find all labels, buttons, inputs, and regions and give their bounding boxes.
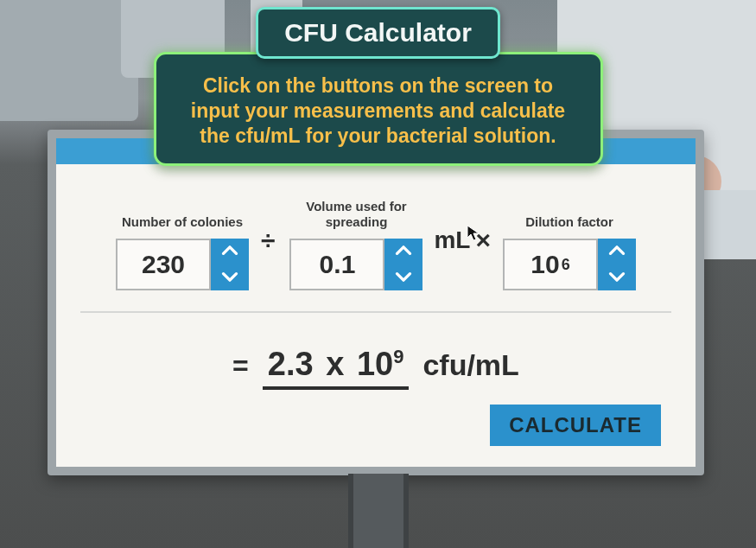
dilution-value: 106 bbox=[503, 239, 598, 290]
result-value: 2.3 x 109 bbox=[263, 346, 410, 390]
result-row: = 2.3 x 109 cfu/mL bbox=[56, 346, 696, 390]
colonies-decrease-button[interactable] bbox=[211, 264, 249, 290]
dilution-base: 10 bbox=[530, 250, 559, 279]
field-colonies-label: Number of colonies bbox=[122, 214, 243, 230]
header: CFU Calculator Click on the buttons on t… bbox=[154, 7, 603, 166]
field-volume-label: Volume used for spreading bbox=[287, 199, 425, 230]
chevron-down-icon bbox=[221, 271, 238, 285]
result-times: x bbox=[326, 346, 344, 382]
colonies-increase-button[interactable] bbox=[211, 239, 249, 264]
field-colonies: Number of colonies 230 bbox=[116, 214, 249, 290]
result-unit: cfu/mL bbox=[422, 348, 518, 382]
result-base: 10 bbox=[357, 346, 393, 382]
equals-operator: = bbox=[232, 350, 249, 382]
chevron-up-icon bbox=[221, 245, 238, 259]
dilution-decrease-button[interactable] bbox=[598, 264, 636, 290]
volume-stepper bbox=[384, 239, 422, 290]
result-exponent: 9 bbox=[393, 346, 403, 367]
field-dilution-label: Dilution factor bbox=[525, 214, 613, 230]
input-row: Number of colonies 230 ÷ Volume used for… bbox=[80, 199, 671, 290]
chevron-up-icon bbox=[608, 245, 626, 259]
volume-value: 0.1 bbox=[289, 239, 384, 290]
monitor-stand bbox=[348, 474, 409, 548]
dilution-stepper bbox=[598, 239, 636, 290]
volume-increase-button[interactable] bbox=[384, 239, 422, 264]
divider bbox=[80, 311, 671, 313]
page-title: CFU Calculator bbox=[256, 7, 500, 59]
calculate-button[interactable]: CALCULATE bbox=[490, 405, 661, 446]
dilution-exponent: 6 bbox=[562, 256, 570, 274]
colonies-stepper bbox=[211, 239, 249, 290]
calculator-panel: Number of colonies 230 ÷ Volume used for… bbox=[48, 130, 704, 475]
chevron-down-icon bbox=[608, 271, 626, 285]
background-decor bbox=[0, 0, 138, 121]
chevron-up-icon bbox=[395, 245, 412, 259]
dilution-increase-button[interactable] bbox=[598, 239, 636, 264]
divide-operator: ÷ bbox=[261, 226, 275, 264]
volume-unit: mL bbox=[434, 226, 470, 263]
field-dilution: Dilution factor 106 bbox=[503, 214, 636, 290]
volume-decrease-button[interactable] bbox=[384, 264, 422, 290]
instruction-text: Click on the buttons on the screen to in… bbox=[154, 52, 603, 166]
result-coefficient: 2.3 bbox=[268, 346, 314, 382]
field-volume: Volume used for spreading 0.1 bbox=[287, 199, 425, 290]
mouse-cursor-icon bbox=[467, 225, 480, 242]
chevron-down-icon bbox=[395, 271, 412, 285]
colonies-value: 230 bbox=[116, 239, 211, 290]
